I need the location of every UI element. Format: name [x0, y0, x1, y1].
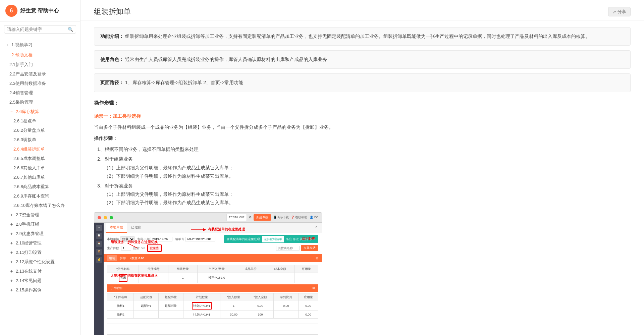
sidebar-item-data-prep[interactable]: 2.3使用前数据准备	[0, 79, 80, 88]
sidebar-item-docs[interactable]: － 2.帮助文档	[0, 50, 80, 60]
mock-child-td-over1: 超配/+1	[134, 301, 159, 311]
mock-child-table-area: *子件名称 超配比例 超配绑量 计划数量 *投入数量 *投入金额 帮到比列 应用…	[104, 293, 322, 335]
mock-child-header: 子件明细 ⊞	[107, 284, 318, 292]
mock-child-td-bind2	[159, 311, 183, 319]
mock-new-doc-btn[interactable]: 新建单据	[254, 214, 271, 220]
mock-child-td-hr1: 0.00	[274, 301, 299, 311]
mock-th-parent-no: 父件编号	[139, 265, 168, 273]
mock-banner-text: 有装配清单的在这里处理	[227, 236, 260, 242]
sidebar-item-online-pay[interactable]: ＋ 2.13在线支付	[0, 267, 80, 276]
mock-child-td-input1: 1	[220, 301, 247, 311]
sidebar-item-other-in[interactable]: 2.6.6其他入库单	[0, 163, 80, 173]
sidebar-item-print[interactable]: ＋ 2.11打印设置	[0, 248, 80, 257]
mock-enable-area: 立案实达	[276, 245, 318, 251]
search-icon[interactable]: 🔍	[68, 27, 73, 32]
mock-action-expand[interactable]: ⊞	[316, 256, 318, 261]
plus-icon-2: ＋	[9, 212, 14, 218]
sidebar-item-install[interactable]: 2.2产品安装及登录	[0, 69, 80, 79]
mock-type-select[interactable]: 组装 拆卸	[120, 236, 135, 242]
sidebar-item-cost-adj[interactable]: 2.6.5成本调整单	[0, 154, 80, 163]
mock-tab-done[interactable]: 已做账	[127, 223, 145, 233]
sidebar-item-partial-stocktake[interactable]: 2.6.2分量盘点单	[0, 126, 80, 135]
mock-td-cost	[265, 273, 295, 283]
mock-banner-btn[interactable]: 选择配料清单	[262, 236, 284, 242]
mock-setting-icon: ⚙	[249, 215, 252, 220]
sidebar-item-operations[interactable]: ＋ 2.10经营管理	[0, 238, 80, 248]
sidebar-item-mobile[interactable]: ＋ 2.8手机旺铺	[0, 220, 80, 229]
mock-sidebar-icon-4: 📦	[96, 249, 102, 255]
mock-child-table: *子件名称 超配比例 超配绑量 计划数量 *投入数量 *投入金额 帮到比列 应用…	[107, 293, 318, 335]
mock-left-sidebar: ≡ 📋 🏠 📦 💰	[94, 223, 104, 335]
sidebar-item-coupon[interactable]: ＋ 2.9优惠券管理	[0, 229, 80, 238]
sidebar-item-cost-recalc[interactable]: 2.6.8商品成本重算	[0, 182, 80, 191]
sidebar-item-inv-ledger[interactable]: 2.6.9库存账本查询	[0, 191, 80, 201]
mock-child-td-name1: 物料1	[107, 301, 134, 311]
mock-confirm-btn[interactable]: 立案实达	[301, 245, 318, 251]
table-row	[107, 319, 318, 324]
sidebar: 6 好生意 帮助中心 🔍 ＋ 1.视频学习 － 2.帮助文档 2.1新手入门 2…	[0, 0, 80, 335]
mock-type-label: 本地单据	[107, 236, 119, 242]
sidebar-item-transfer[interactable]: 2.6.3调拨单	[0, 135, 80, 145]
share-button[interactable]: ↗ 分享	[608, 7, 631, 16]
app-title: 好生意 帮助中心	[20, 7, 59, 14]
intro-label: 功能介绍：	[100, 34, 124, 39]
info-block-role: 使用角色： 通常由生产人员或库管人员完成拆装业务的操作，库管人员确认原材料的出库…	[94, 50, 631, 69]
sidebar-item-videos[interactable]: ＋ 1.视频学习	[0, 40, 80, 50]
info-block-path: 页面路径： 1、库存核算->库存管理->组装拆卸单 2、首页->常用功能	[94, 73, 631, 92]
sidebar-item-faq[interactable]: ＋ 2.14常见问题	[0, 276, 80, 285]
table-row: 物料2 计划(A+1)+1 30.00 100 0.00	[107, 311, 318, 319]
sidebar-item-finance[interactable]: ＋ 2.7资金管理	[0, 210, 80, 220]
sidebar-item-inv-error[interactable]: 2.6.10库存账本错了怎么办	[0, 201, 80, 210]
role-label: 使用角色：	[100, 57, 124, 62]
sidebar-item-sales[interactable]: 2.4销售管理	[0, 88, 80, 98]
mock-td-name-highlighted: 关末	[119, 274, 127, 281]
mock-no-input[interactable]	[185, 237, 215, 241]
step-3: 3、对于拆卖业务	[97, 182, 631, 190]
table-row	[107, 329, 318, 335]
plus-icon-9: ＋	[9, 278, 14, 284]
mock-th-assembly-qty: 组装数量	[168, 265, 198, 273]
mock-no-label: 编单号	[175, 236, 184, 242]
step-2-1: （1）上部明细为父件明细，最终作为产成品生成某它入库单；	[97, 164, 631, 172]
mock-type-row: 组装 拆卸 ×数量 0.00 ⊞	[104, 254, 322, 262]
operations-heading: 操作步骤：	[94, 98, 631, 107]
mock-child-label: 子件明细	[110, 285, 122, 291]
plus-icon-8: ＋	[9, 268, 14, 274]
nav-list: ＋ 1.视频学习 － 2.帮助文档 2.1新手入门 2.2产品安装及登录 2.3…	[0, 37, 80, 335]
sidebar-item-inventory[interactable]: － 2.6库存核算	[0, 107, 80, 116]
sidebar-item-assembly[interactable]: 2.6.4组装拆卸单	[0, 145, 80, 154]
mock-right-actions: ⊞	[316, 256, 318, 261]
mock-child-expand[interactable]: ⊞	[312, 285, 315, 291]
mock-empty-row-5	[107, 329, 318, 335]
sidebar-item-beginner[interactable]: 2.1新手入门	[0, 60, 80, 69]
mock-qty-hint: 批量: 3/6	[133, 245, 145, 251]
mock-type-disassembly[interactable]: 拆卸	[120, 256, 126, 261]
mock-child-td-hr2	[274, 311, 299, 319]
sidebar-item-system[interactable]: ＋ 2.12系统个性化设置	[0, 257, 80, 267]
sidebar-item-other-out[interactable]: 2.6.7其他出库单	[0, 173, 80, 182]
plus-icon-3: ＋	[9, 221, 14, 227]
minus-icon: －	[5, 52, 9, 58]
mock-tab-close[interactable]: ✕	[313, 223, 320, 233]
mock-td-no	[139, 273, 168, 283]
mock-th-input-qty: *投入数量	[220, 293, 247, 301]
mock-child-td-input2: 30.00	[220, 311, 247, 319]
sidebar-item-purchase[interactable]: 2.5采购管理	[0, 98, 80, 107]
mock-qty-input[interactable]	[121, 246, 131, 250]
mock-th-input-amt: *投入金额	[247, 293, 273, 301]
search-wrapper: 🔍	[4, 25, 76, 34]
sidebar-item-cases[interactable]: ＋ 2.15操作案例	[0, 285, 80, 295]
content-area: 功能介绍： 组装拆卸单用来处理企业组装或拆卸等加工业务，支持有固定装配清单的产品…	[80, 20, 644, 335]
mock-supplier-input[interactable]	[276, 246, 300, 250]
scenario-1-heading: 场景一：加工类型选择	[94, 112, 631, 120]
screenshot-wrapper: 有装配清单的在这里处理 组装业务、拆卸业务在这里切换 启用处理 无需地逐个切换在…	[94, 212, 322, 335]
search-input[interactable]	[7, 27, 68, 32]
mock-tab-local[interactable]: 本地单据	[106, 223, 127, 233]
mock-date-input[interactable]	[151, 237, 172, 241]
mock-date-field: 制单日期	[138, 236, 172, 242]
mock-child-td-over2	[134, 311, 159, 319]
sidebar-item-stocktake[interactable]: 2.6.1盘点单	[0, 116, 80, 126]
mock-td-unit-price	[236, 273, 265, 283]
step-1: 1、根据不同的业务，选择不同单据的类型来处理	[97, 145, 631, 154]
mock-type-assembly[interactable]: 组装	[107, 255, 117, 261]
